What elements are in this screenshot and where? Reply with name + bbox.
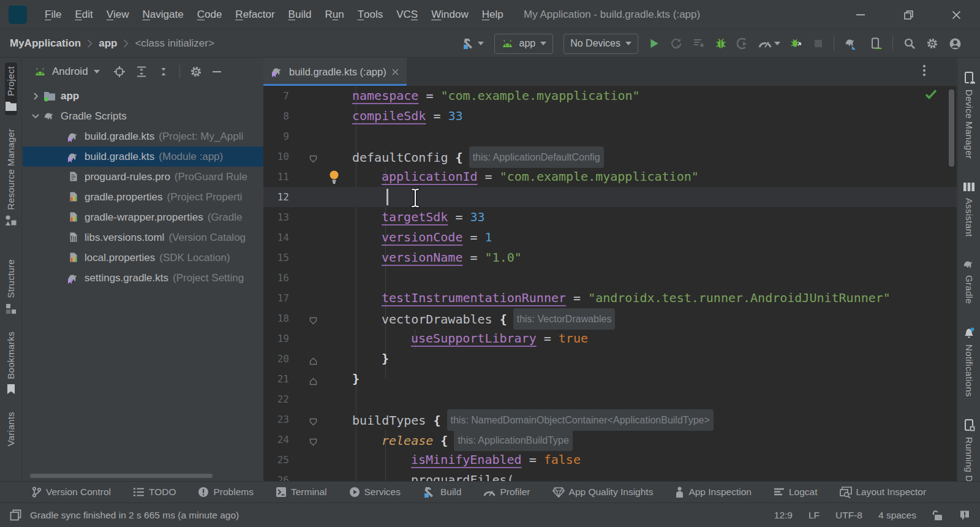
menu-file[interactable]: File — [38, 0, 68, 29]
code-line-19[interactable]: 19useSupportLibrary = true — [263, 328, 957, 349]
notifications-balloon-icon[interactable] — [959, 510, 970, 521]
code-line-14[interactable]: 14versionCode = 1 — [263, 227, 957, 248]
stripe-item-project[interactable]: Project — [5, 63, 17, 115]
line-ending-widget[interactable]: LF — [809, 510, 820, 521]
vertical-scrollbar[interactable] — [949, 89, 954, 167]
breadcrumb-location[interactable]: <class initializer> — [135, 37, 214, 50]
toolwindow-profiler[interactable]: Profiler — [483, 487, 530, 498]
fold-start-icon[interactable] — [309, 314, 318, 328]
toolwindow-logcat[interactable]: Logcat — [774, 487, 818, 498]
device-manager-button[interactable] — [870, 37, 882, 50]
menu-build[interactable]: Build — [282, 0, 318, 29]
debug-button[interactable] — [715, 37, 726, 50]
intention-bulb-icon[interactable] — [328, 170, 340, 188]
code-editor[interactable]: 7namespace = "com.example.myapplication"… — [263, 86, 957, 481]
apply-changes-button[interactable] — [693, 38, 705, 49]
fold-start-icon[interactable] — [309, 435, 318, 450]
code-line-21[interactable]: 21} — [263, 369, 957, 389]
attach-debugger-button[interactable] — [791, 37, 803, 50]
stripe-item-resource-manager[interactable]: Resource Manager — [5, 125, 17, 230]
profiler-button[interactable] — [758, 39, 780, 48]
code-line-18[interactable]: 18vectorDrawables {this: VectorDrawables — [263, 308, 957, 328]
code-line-11[interactable]: 11applicationId = "com.example.myapplica… — [263, 167, 957, 187]
menu-code[interactable]: Code — [190, 0, 229, 29]
stripe-item-bookmarks[interactable]: Bookmarks — [6, 328, 16, 399]
menu-window[interactable]: Window — [424, 0, 475, 29]
menu-view[interactable]: View — [100, 0, 136, 29]
horizontal-scrollbar[interactable] — [30, 474, 213, 478]
project-view-selector[interactable]: Android — [28, 66, 100, 78]
tab-build-gradle-kts[interactable]: build.gradle.kts (:app) — [263, 58, 407, 86]
tool-windows-icon[interactable] — [10, 509, 21, 521]
breadcrumb-project[interactable]: MyApplication — [10, 37, 81, 50]
restore-button[interactable] — [884, 0, 932, 29]
tree-row-gradle-wrapper-properties[interactable]: gradle-wrapper.properties(Gradle — [23, 207, 263, 227]
stripe-item-device-manager[interactable]: Device Manager — [962, 67, 976, 162]
settings-button[interactable] — [926, 37, 938, 50]
menu-run[interactable]: Run — [318, 0, 350, 29]
menu-help[interactable]: Help — [475, 0, 510, 29]
tree-row-settings-gradle-kts[interactable]: settings.gradle.kts(Project Setting — [23, 268, 263, 288]
code-line-20[interactable]: 20} — [263, 349, 957, 369]
tree-row-build-gradle-kts[interactable]: build.gradle.kts(Module :app) — [23, 146, 263, 167]
tree-row-local-properties[interactable]: local.properties(SDK Location) — [23, 248, 263, 268]
hide-panel-button[interactable] — [212, 67, 222, 77]
collapse-all-button[interactable] — [157, 66, 170, 78]
code-line-26[interactable]: 26proguardFiles( — [263, 470, 957, 481]
indent-widget[interactable]: 4 spaces — [878, 510, 916, 521]
code-line-12[interactable]: 12 — [263, 187, 957, 207]
code-line-24[interactable]: 24release {this: ApplicationBuildType — [263, 430, 957, 450]
code-line-22[interactable]: 22 — [263, 389, 957, 409]
tree-row-proguard-rules-pro[interactable]: proguard-rules.pro(ProGuard Rule — [23, 167, 263, 187]
stripe-item-running-devices[interactable]: Running Devices — [962, 415, 976, 481]
run-button[interactable] — [649, 38, 660, 49]
toolwindow-problems[interactable]: Problems — [198, 487, 253, 498]
code-line-13[interactable]: 13targetSdk = 33 — [263, 207, 957, 227]
minimize-button[interactable] — [837, 0, 884, 29]
code-line-9[interactable]: 9 — [263, 126, 957, 146]
stripe-item-assistant[interactable]: Assistant — [963, 177, 975, 241]
run-configuration-select[interactable]: app — [494, 34, 553, 54]
tree-row-gradle-properties[interactable]: gradle.properties(Project Properti — [23, 187, 263, 207]
toolwindow-todo[interactable]: TODO — [133, 487, 176, 498]
menu-navigate[interactable]: Navigate — [136, 0, 190, 29]
toolwindow-layout-inspector[interactable]: Layout Inspector — [840, 487, 927, 498]
account-button[interactable] — [949, 37, 962, 50]
caret-position-widget[interactable]: 12:9 — [774, 510, 793, 521]
stripe-item-gradle[interactable]: Gradle — [963, 256, 975, 308]
menu-refactor[interactable]: Refactor — [228, 0, 281, 29]
tree-row-libs-versions-toml[interactable]: libs.versions.toml(Version Catalog — [23, 227, 263, 248]
menu-vcs[interactable]: VCS — [390, 0, 424, 29]
toolwindow-services[interactable]: Services — [349, 487, 401, 498]
build-hammer-button[interactable] — [462, 37, 484, 50]
select-opened-file-button[interactable] — [113, 66, 126, 78]
device-select[interactable]: No Devices — [564, 34, 638, 54]
tree-row-build-gradle-kts[interactable]: build.gradle.kts(Project: My_Appli — [23, 126, 263, 146]
code-line-10[interactable]: 10defaultConfig {this: ApplicationDefaul… — [263, 146, 957, 167]
editor-options-menu[interactable] — [919, 65, 930, 78]
toolwindow-app-quality-insights[interactable]: App Quality Insights — [552, 487, 654, 498]
tree-row-app[interactable]: app — [23, 86, 263, 106]
rerun-button[interactable]: A — [670, 37, 682, 50]
search-everywhere-button[interactable] — [903, 37, 916, 50]
encoding-widget[interactable]: UTF-8 — [835, 510, 862, 521]
fold-end-icon[interactable] — [309, 354, 318, 369]
profile-button[interactable] — [737, 37, 748, 50]
breadcrumb-module[interactable]: app — [99, 37, 117, 50]
sync-project-button[interactable] — [845, 37, 859, 50]
code-line-16[interactable]: 16 — [263, 268, 957, 288]
close-button[interactable] — [932, 0, 980, 29]
readonly-toggle-icon[interactable] — [932, 509, 943, 521]
toolwindow-terminal[interactable]: Terminal — [276, 487, 327, 498]
code-line-17[interactable]: 17testInstrumentationRunner = "androidx.… — [263, 288, 957, 308]
fold-start-icon[interactable] — [309, 152, 318, 167]
stripe-item-variants[interactable]: Variants — [6, 408, 16, 450]
code-line-8[interactable]: 8compileSdk = 33 — [263, 106, 957, 126]
toolwindow-version-control[interactable]: Version Control — [32, 487, 111, 498]
fold-end-icon[interactable] — [309, 374, 318, 389]
stripe-item-notifications[interactable]: Notifications — [962, 322, 976, 401]
code-line-25[interactable]: 25isMinifyEnabled = false — [263, 450, 957, 470]
menu-edit[interactable]: Edit — [68, 0, 99, 29]
expand-all-button[interactable] — [135, 66, 148, 78]
stop-button[interactable] — [813, 39, 823, 48]
